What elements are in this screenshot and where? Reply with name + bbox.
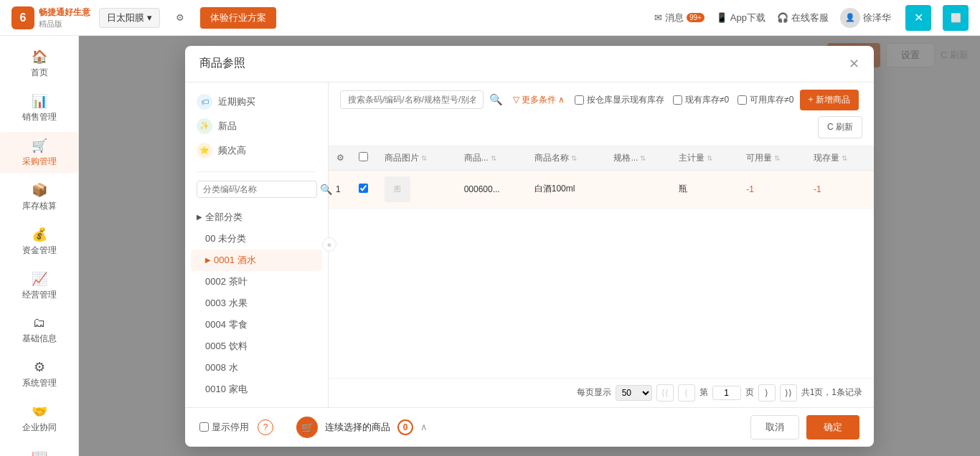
filter-up-icon: ∧ [558,95,565,105]
more-filters-button[interactable]: ▽ 更多条件 ∧ [509,91,569,109]
service-item[interactable]: 🎧 在线客服 [777,11,829,24]
app-download-item[interactable]: 📱 App下载 [716,11,765,24]
recent-purchases-item[interactable]: 🏷 近期购买 [197,90,316,114]
sidebar-label-purchase: 采购管理 [22,156,57,168]
filter-label: 更多条件 [522,94,556,106]
th-product-img-sort[interactable]: 商品图片 ⇅ [385,152,450,164]
table-row[interactable]: 1 图 [329,170,874,208]
modal-overlay: 商品参照 ✕ « 🏷 近期购买 [79,36,980,456]
maximize-icon[interactable]: ⬜ [943,5,969,31]
row-checkbox[interactable] [359,184,368,193]
product-name: 白酒100ml [534,184,575,194]
th-available: 可用量 ⇅ [739,146,806,171]
sidebar-label-sales: 销售管理 [22,111,57,123]
product-search-input[interactable] [340,90,484,109]
available-qty: -1 [746,184,754,194]
sidebar-label-inventory: 库存核算 [22,200,57,212]
modal-close-button[interactable]: ✕ [849,56,859,72]
close-window-icon[interactable]: ✕ [905,5,931,31]
check-available-nonzero-input[interactable] [738,95,747,105]
sidebar-item-system[interactable]: ⚙ 系统管理 [0,353,78,395]
category-search-icon[interactable]: 🔍 [320,184,332,195]
user-area[interactable]: 👤 徐泽华 [840,8,891,28]
th-unit-sort[interactable]: 主计量 ⇅ [679,152,732,164]
sidebar-item-inventory[interactable]: 📦 库存核算 [0,176,78,218]
logo-line1: 畅捷通好生意 [39,6,90,19]
column-settings-icon[interactable]: ⚙ [336,153,344,163]
first-page-button[interactable]: ⟨⟨ [656,384,674,402]
category-search-row: 🔍 [185,178,328,201]
th-name-sort[interactable]: 商品名称 ⇅ [534,152,600,164]
last-page-button[interactable]: ⟩⟩ [780,384,797,402]
collapse-left-panel-button[interactable]: « [322,237,336,252]
add-product-button[interactable]: + 新增商品 [800,90,859,110]
cart-area[interactable]: 🛒 [296,417,318,438]
sidebar-item-basic[interactable]: 🗂 基础信息 [0,310,78,351]
show-disabled-checkbox[interactable]: 显示停用 [199,421,249,434]
logo-line2: 精品版 [39,19,90,29]
experience-button[interactable]: 体验行业方案 [200,7,276,29]
guide-icon: 📖 [32,448,47,456]
modal-title: 商品参照 [199,56,245,71]
message-item[interactable]: ✉ 消息 99+ [654,11,705,24]
check-warehouse-stock[interactable]: 按仓库显示现有库存 [575,94,664,106]
check-stock-nonzero[interactable]: 现有库存≠0 [673,94,729,106]
refresh-button[interactable]: C 刷新 [818,116,862,138]
cat-uncategorized[interactable]: 00 未分类 [191,228,322,250]
check-stock-nonzero-input[interactable] [673,95,682,105]
cell-name: 白酒100ml [527,170,607,208]
cat-tea[interactable]: 0002 茶叶 [191,271,322,293]
confirm-button[interactable]: 确定 [806,415,859,440]
collapse-footer-button[interactable]: ∧ [420,422,428,432]
th-spec-sort[interactable]: 规格... ⇅ [613,152,664,164]
th-code-sort[interactable]: 商品... ⇅ [464,152,520,164]
app-label: App下载 [730,11,765,24]
sidebar-item-guide[interactable]: 📖 新手引导 [0,442,78,456]
next-page-button[interactable]: ⟩ [758,384,776,402]
store-selector[interactable]: 日太阳膜 ▾ [99,8,160,28]
th-product-name: 商品名称 ⇅ [527,146,607,171]
page-size-select[interactable]: 50 100 200 [616,385,652,401]
sidebar-item-enterprise[interactable]: 🤝 企业协同 [0,398,78,440]
page-number-input[interactable] [712,386,741,400]
th-current-stock: 现存量 ⇅ [806,146,874,171]
show-disabled-input[interactable] [199,422,209,432]
cat-water[interactable]: 0008 水 [191,357,322,379]
sidebar-item-sales[interactable]: 📊 销售管理 [0,87,78,129]
recent-items-section: 🏷 近期购买 ✨ 新品 ⭐ 频次高 [185,90,328,163]
cat-drinks[interactable]: 0005 饮料 [191,336,322,357]
left-panel-divider [197,171,316,172]
cancel-button[interactable]: 取消 [750,415,799,440]
help-icon[interactable]: ? [258,419,273,435]
sidebar-item-home[interactable]: 🏠 首页 [0,43,78,85]
product-search-button[interactable]: 🔍 [489,93,503,106]
cat-appliances[interactable]: 0010 家电 [191,379,322,400]
new-products-item[interactable]: ✨ 新品 [197,114,316,138]
cell-code: 000600... [457,170,527,208]
cell-img: 图 [377,170,457,208]
th-current-sort[interactable]: 现存量 ⇅ [814,152,867,164]
check-warehouse-stock-input[interactable] [575,95,584,105]
check-available-nonzero[interactable]: 可用库存≠0 [738,94,793,106]
cat-liquor[interactable]: ▶ 0001 酒水 [191,250,322,271]
th-spec: 规格... ⇅ [606,146,672,171]
select-all-checkbox[interactable] [359,152,368,161]
cat-all[interactable]: ▶ 全部分类 [191,206,322,228]
check-stock-nonzero-label: 现有库存≠0 [685,94,729,106]
user-avatar: 👤 [840,8,860,28]
cat-fruit[interactable]: 0003 水果 [191,293,322,314]
prev-page-button[interactable]: ⟨ [678,384,695,402]
th-available-sort[interactable]: 可用量 ⇅ [746,152,799,164]
sidebar-item-operation[interactable]: 📈 经营管理 [0,265,78,307]
sidebar-item-purchase[interactable]: 🛒 采购管理 [0,132,78,174]
settings-icon[interactable]: ⚙ [169,6,192,29]
logo-icon: 6 [11,6,34,29]
product-image: 图 [385,176,410,202]
sidebar-label-enterprise: 企业协同 [22,422,57,434]
cat-snacks[interactable]: 0004 零食 [191,314,322,336]
category-search-input[interactable] [197,181,317,198]
sort-icon-2: ⇅ [491,154,496,162]
high-frequency-item[interactable]: ⭐ 频次高 [197,138,316,163]
sidebar-item-finance[interactable]: 💰 资金管理 [0,221,78,262]
filter-icon: ▽ [513,95,519,105]
